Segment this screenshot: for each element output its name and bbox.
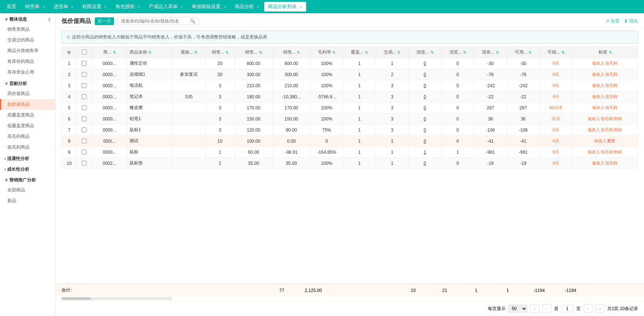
col-header-sale-amt[interactable]: 销售... ⇅ bbox=[235, 47, 272, 58]
row-checkbox[interactable] bbox=[82, 139, 87, 143]
sidebar-item-category-rate[interactable]: 商品分类销售率 bbox=[0, 45, 55, 56]
row-check[interactable] bbox=[77, 158, 92, 169]
view1-value[interactable]: 0 bbox=[424, 105, 426, 111]
row-check[interactable] bbox=[77, 69, 92, 80]
col-header-setting[interactable]: ⚙ bbox=[62, 47, 77, 58]
close-icon[interactable]: × bbox=[138, 4, 140, 9]
row-view1[interactable]: 0 bbox=[409, 113, 442, 125]
close-icon[interactable]: × bbox=[257, 4, 259, 9]
search-input[interactable] bbox=[121, 18, 188, 24]
row-check[interactable] bbox=[77, 113, 92, 125]
sidebar-item-stock-capital[interactable]: 库存资金占用 bbox=[0, 67, 55, 78]
row-view1[interactable]: 0 bbox=[409, 136, 442, 147]
per-page-select[interactable]: 50 100 200 bbox=[509, 305, 527, 313]
close-icon[interactable]: × bbox=[224, 4, 226, 9]
sidebar-section-overall[interactable]: ∨ 整体信息 ❮ bbox=[0, 13, 55, 24]
row-checkbox[interactable] bbox=[82, 83, 87, 88]
row-checkbox[interactable] bbox=[82, 61, 87, 66]
row-check[interactable] bbox=[77, 102, 92, 113]
row-checkbox[interactable] bbox=[82, 116, 87, 121]
horizontal-scrollbar[interactable] bbox=[61, 297, 172, 300]
row-view1[interactable]: 0 bbox=[409, 125, 442, 136]
close-icon[interactable]: × bbox=[300, 4, 302, 9]
row-checkbox[interactable] bbox=[82, 161, 87, 166]
col-header-check[interactable] bbox=[77, 47, 92, 58]
export-button[interactable]: ⬆ 导出 bbox=[624, 18, 638, 24]
select-all-checkbox[interactable] bbox=[82, 50, 87, 54]
view1-value[interactable]: 0 bbox=[424, 83, 426, 88]
scroll-thumb[interactable] bbox=[61, 297, 91, 300]
row-view1[interactable]: 0 bbox=[409, 158, 442, 169]
sidebar-item-high-value[interactable]: 高价值商品 bbox=[0, 88, 55, 99]
current-page-input[interactable] bbox=[561, 305, 573, 312]
view1-value[interactable]: 0 bbox=[424, 61, 426, 66]
row-check[interactable] bbox=[77, 147, 92, 158]
nav-product-analysis[interactable]: 商品分析 × bbox=[231, 2, 263, 11]
col-header-avail[interactable]: 可用... ⇅ bbox=[507, 47, 540, 58]
row-view1[interactable]: 0 bbox=[409, 69, 442, 80]
col-header-sale-qty[interactable]: 销售... ⇅ bbox=[205, 47, 235, 58]
row-view1[interactable]: 0 bbox=[409, 58, 442, 69]
nav-sales[interactable]: 销货单 × bbox=[21, 2, 48, 11]
col-header-tags[interactable]: 标签 ⇅ bbox=[572, 47, 638, 58]
col-header-name[interactable]: 商品名称 ⇅ bbox=[127, 47, 173, 58]
view1-value[interactable]: 0 bbox=[424, 72, 426, 77]
col-header-cover[interactable]: 覆盖... ⇅ bbox=[343, 47, 376, 58]
view1-value[interactable]: 0 bbox=[424, 161, 426, 166]
row-view1[interactable]: 1 bbox=[409, 147, 442, 158]
share-button[interactable]: ↗ 分享 bbox=[606, 18, 620, 24]
nav-analysis-list[interactable]: 商品分析列表 × bbox=[264, 2, 306, 11]
sidebar-item-high-coverage[interactable]: 高覆盖度商品 bbox=[0, 110, 55, 120]
col-header-sale-avg[interactable]: 销售... ⇅ bbox=[272, 47, 310, 58]
view1-value[interactable]: 0 bbox=[424, 139, 426, 144]
sidebar-item-low-margin[interactable]: 低毛利商品 bbox=[0, 142, 55, 153]
next-page-button[interactable]: › bbox=[584, 304, 593, 313]
col-header-trade[interactable]: 交易... ⇅ bbox=[376, 47, 409, 58]
sidebar-item-high-margin[interactable]: 高毛利商品 bbox=[0, 131, 55, 142]
col-header-stock[interactable]: 现有... ⇅ bbox=[474, 47, 507, 58]
view1-value[interactable]: 0 bbox=[424, 116, 426, 122]
row-checkbox[interactable] bbox=[82, 72, 87, 77]
search-icon[interactable]: 🔍 bbox=[190, 18, 195, 24]
row-view1[interactable]: 0 bbox=[409, 80, 442, 91]
sidebar-section-liquidity[interactable]: › 流通性分析 bbox=[0, 153, 55, 163]
row-checkbox[interactable] bbox=[82, 94, 87, 99]
close-icon[interactable]: × bbox=[71, 4, 73, 9]
row-check[interactable] bbox=[77, 91, 92, 102]
row-check[interactable] bbox=[77, 58, 92, 69]
row-check[interactable] bbox=[77, 136, 92, 147]
col-header-sku[interactable]: 商... ⇅ bbox=[92, 47, 127, 58]
nav-home[interactable]: 首页 bbox=[3, 2, 20, 11]
row-view1[interactable]: 0 bbox=[409, 102, 442, 113]
first-page-button[interactable]: « bbox=[530, 304, 539, 313]
sidebar-item-sales-products[interactable]: 销售类商品 bbox=[0, 24, 55, 35]
view1-value[interactable]: 0 bbox=[424, 128, 426, 133]
close-icon[interactable]: × bbox=[104, 4, 107, 9]
sidebar-item-low-value[interactable]: 低价值商品 bbox=[0, 99, 55, 110]
view1-value[interactable]: 1 bbox=[424, 150, 426, 155]
col-header-gross[interactable]: 毛利率 ⇅ bbox=[310, 47, 343, 58]
close-icon[interactable]: × bbox=[181, 4, 183, 9]
table-container[interactable]: ⚙ 商... ⇅ 商品名称 ⇅ 规格... ⇅ 销售... ⇅ 销售... ⇅ … bbox=[56, 47, 644, 283]
col-header-view2[interactable]: 浏览... ⇅ bbox=[441, 47, 474, 58]
sidebar-item-new-products[interactable]: 新品 bbox=[0, 196, 55, 206]
row-view1[interactable]: 0 bbox=[409, 91, 442, 102]
sidebar-section-marketing[interactable]: ∨ 营销推广分析 bbox=[0, 174, 55, 185]
row-check[interactable] bbox=[77, 125, 92, 136]
row-check[interactable] bbox=[77, 80, 92, 91]
col-header-view1[interactable]: 浏览... ⇅ bbox=[409, 47, 442, 58]
date-tag[interactable]: 近一月 bbox=[95, 17, 114, 25]
prev-page-button[interactable]: ‹ bbox=[542, 304, 551, 313]
nav-purchase[interactable]: 进货单 × bbox=[50, 2, 77, 11]
col-header-sellable[interactable]: 可销... ⇅ bbox=[540, 47, 573, 58]
close-icon[interactable]: × bbox=[43, 4, 45, 9]
sidebar-item-all-products[interactable]: 全部商品 bbox=[0, 185, 55, 196]
sidebar-section-contribution[interactable]: ∨ 贡献分析 bbox=[0, 78, 55, 88]
last-page-button[interactable]: » bbox=[596, 304, 604, 313]
row-checkbox[interactable] bbox=[82, 128, 87, 132]
col-header-spec[interactable]: 规格... ⇅ bbox=[172, 47, 205, 58]
row-checkbox[interactable] bbox=[82, 150, 87, 154]
search-box[interactable]: 🔍 bbox=[118, 17, 199, 25]
nav-template[interactable]: 单据模板设置 × bbox=[188, 2, 229, 11]
view1-value[interactable]: 0 bbox=[424, 94, 426, 99]
